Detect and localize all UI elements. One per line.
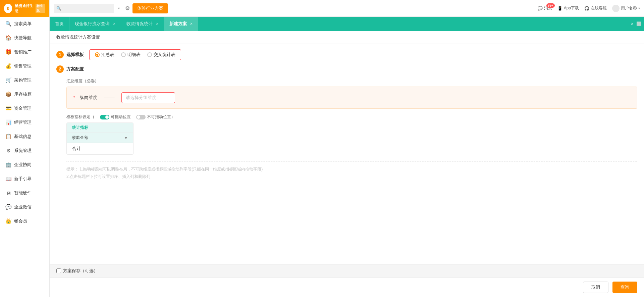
radio-summary[interactable]: 汇总表: [95, 52, 114, 58]
sidebar-label-basic-info: 基础信息: [14, 134, 32, 140]
step1-label: 选择模板: [66, 52, 84, 58]
sidebar-item-marketing[interactable]: 🎁 营销推广: [0, 45, 49, 59]
sidebar-item-guide[interactable]: 📖 新手引导: [0, 172, 49, 186]
metrics-section: 模板指标设定（ 可拖动位置 不可拖动位置）: [66, 114, 637, 155]
metrics-col-header[interactable]: 收款金额 ▼: [67, 133, 133, 143]
download-action[interactable]: 📱 App下载: [557, 5, 579, 11]
sidebar-item-enterprise[interactable]: 🏢 企业协同: [0, 158, 49, 172]
tab-receipt-close[interactable]: ×: [156, 21, 158, 26]
chart-icon: 📊: [5, 119, 11, 126]
service-label: 在线客服: [591, 5, 607, 11]
non-movable-toggle: [136, 115, 146, 119]
tab-new-plan[interactable]: 新建方案 ×: [164, 17, 198, 31]
sidebar-label-guide: 新手引导: [14, 176, 32, 182]
metrics-table: 统计指标 收款金额 ▼ 合计: [66, 122, 133, 155]
breadcrumb: 收款情况统计方案设置: [56, 35, 100, 40]
sidebar-item-member[interactable]: 👑 畅会员: [0, 214, 49, 228]
sidebar-item-quick-nav[interactable]: 🏠 快捷导航: [0, 31, 49, 45]
sidebar-label-purchase: 采购管理: [14, 77, 32, 83]
tip-2: 2.点击标题栏下拉可设置排序、插入列和删除列: [66, 173, 637, 181]
service-action[interactable]: 🎧 在线客服: [584, 5, 607, 11]
user-dropdown-arrow: ▾: [638, 6, 640, 10]
tab-spacer: [198, 17, 628, 31]
tab-new-plan-label: 新建方案: [169, 21, 187, 27]
dimension-area: * 纵向维度 —— 请选择分组维度: [66, 87, 637, 109]
edition-badge: 标准版: [36, 4, 45, 13]
sidebar-item-sales[interactable]: 💰 销售管理: [0, 59, 49, 73]
sidebar-item-inventory[interactable]: 📦 库存核算: [0, 87, 49, 101]
sidebar-label-wechat: 企业微信: [14, 204, 32, 210]
download-icon: 📱: [557, 6, 562, 11]
sidebar: b 畅捷通好生意 标准版 🔍 搜索菜单 🏠 快捷导航 🎁 营销推广 💰 销售管理…: [0, 0, 50, 297]
gear-settings[interactable]: ⚙: [125, 5, 130, 11]
sidebar-item-operations[interactable]: 📊 经营管理: [0, 115, 49, 130]
monitor-icon: 🖥: [5, 190, 11, 196]
user-avatar: [612, 5, 620, 12]
tab-new-plan-close[interactable]: ×: [190, 21, 193, 26]
tab-receipt-label: 收款情况统计: [126, 21, 153, 27]
message-action[interactable]: 💬 消息 99+: [538, 5, 552, 11]
maximize-window-icon[interactable]: ⬜: [636, 21, 641, 26]
tab-bank[interactable]: 现金银行流水查询 ×: [69, 17, 121, 31]
sidebar-item-basic-info[interactable]: 📋 基础信息: [0, 130, 49, 144]
tab-bar: 首页 现金银行流水查询 × 收款情况统计 × 新建方案 × × ⬜: [50, 17, 644, 31]
sidebar-item-search[interactable]: 🔍 搜索菜单: [0, 17, 49, 31]
radio-detail[interactable]: 明细表: [121, 52, 141, 58]
movable-hint: 可拖动位置: [100, 114, 131, 120]
message-icon: 💬: [538, 6, 543, 11]
search-icon: 🔍: [5, 21, 11, 27]
download-label: App下载: [564, 5, 579, 11]
sidebar-label-finance: 资金管理: [14, 105, 32, 111]
form-section: 1 选择模板 汇总表 明细表 交: [50, 44, 644, 264]
sidebar-label-search: 搜索菜单: [14, 21, 32, 27]
col-dropdown-chevron[interactable]: ▼: [124, 136, 128, 140]
sidebar-label-sales: 销售管理: [14, 63, 32, 69]
non-movable-hint: 不可拖动位置）: [136, 114, 175, 120]
required-indicator: *: [73, 95, 75, 100]
tab-home[interactable]: 首页: [50, 17, 69, 31]
cancel-button[interactable]: 取消: [583, 282, 608, 293]
step1-options: 汇总表 明细表 交叉统计表: [89, 49, 181, 60]
sidebar-item-system[interactable]: ⚙ 系统管理: [0, 144, 49, 158]
dropdown-arrow[interactable]: ▾: [118, 6, 120, 10]
sidebar-item-smart-hw[interactable]: 🖥 智能硬件: [0, 186, 49, 200]
sidebar-item-wechat[interactable]: 💬 企业微信: [0, 200, 49, 214]
page-footer: 方案保存（可选）: [50, 264, 644, 277]
save-checkbox-label[interactable]: 方案保存（可选）: [56, 268, 637, 274]
dimension-select[interactable]: 请选择分组维度: [121, 92, 175, 103]
page-header: 收款情况统计方案设置: [50, 31, 644, 44]
query-button[interactable]: 查询: [612, 282, 637, 293]
crown-icon: 👑: [5, 218, 11, 224]
sidebar-label-quick-nav: 快捷导航: [14, 35, 32, 41]
building-icon: 🏢: [5, 162, 11, 168]
metrics-table-header: 统计指标: [67, 123, 133, 133]
sidebar-label-marketing: 营销推广: [14, 49, 32, 55]
movable-toggle: [100, 115, 109, 119]
save-checkbox-input[interactable]: [56, 268, 61, 273]
tab-bank-close[interactable]: ×: [113, 21, 115, 26]
sidebar-label-member: 畅会员: [14, 218, 27, 224]
radio-cross[interactable]: 交叉统计表: [147, 52, 175, 58]
box-icon: 📦: [5, 91, 11, 97]
search-bar[interactable]: 🔍: [54, 4, 114, 13]
close-window-icon[interactable]: ×: [631, 21, 634, 27]
page-content: 收款情况统计方案设置 1 选择模板 汇总表: [50, 31, 644, 277]
user-menu[interactable]: 用户名称 ▾: [612, 5, 640, 12]
vertical-dim-label: 纵向维度: [80, 95, 97, 101]
dim-arrow: ——: [104, 95, 115, 101]
radio-cross-label: 交叉统计表: [154, 52, 175, 58]
money-icon: 💰: [5, 63, 11, 69]
step2-number: 2: [56, 65, 64, 73]
header-actions: 💬 消息 99+ 📱 App下载 🎧 在线客服 用户名称 ▾: [538, 5, 640, 12]
service-icon: 🎧: [584, 6, 589, 11]
trial-button[interactable]: 体验行业方案: [132, 3, 168, 13]
tab-bank-label: 现金银行流水查询: [75, 21, 110, 27]
sidebar-item-purchase[interactable]: 🛒 采购管理: [0, 73, 49, 87]
dimension-row: * 纵向维度 —— 请选择分组维度: [73, 92, 630, 103]
logo-icon: b: [4, 4, 12, 13]
gift-icon: 🎁: [5, 49, 11, 55]
radio-circle-detail: [121, 52, 126, 57]
window-controls: × ⬜: [628, 17, 644, 31]
tab-receipt[interactable]: 收款情况统计 ×: [121, 17, 164, 31]
sidebar-item-finance[interactable]: 💳 资金管理: [0, 101, 49, 115]
